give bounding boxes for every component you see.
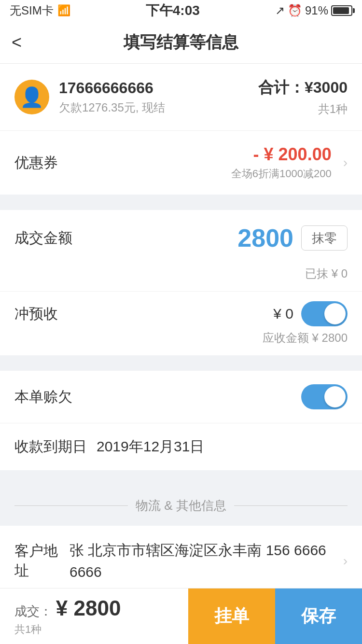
page-header: < 填写结算等信息: [0, 21, 362, 64]
bottom-deal-count: 共1种: [14, 622, 174, 637]
pre-receive-label: 冲预收: [14, 304, 58, 324]
bottom-bar: 成交： ¥ 2800 共1种 挂单 保存: [0, 588, 362, 644]
clock-icon: ⏰: [288, 4, 302, 17]
pre-receive-right: ¥ 0: [58, 301, 348, 326]
deal-amount-card: 成交金额 2800 抹零 已抹 ¥ 0 冲预收 ¥ 0 应收金额 ¥ 2800: [0, 210, 362, 355]
address-chevron-icon: ›: [343, 553, 348, 569]
due-date-label: 收款到期日: [14, 437, 87, 457]
bottom-deal-label: 成交：: [14, 604, 52, 618]
address-label: 客户地址: [14, 541, 58, 581]
back-button[interactable]: <: [12, 32, 22, 53]
main-content: 👤 17666666666 欠款1276.35元, 现结 合计：¥3000 共1…: [0, 64, 362, 644]
header-line-right: [234, 505, 348, 506]
toggle-knob: [324, 303, 346, 324]
user-total: 合计：¥3000 共1种: [258, 77, 348, 117]
save-button[interactable]: 保存: [275, 588, 362, 644]
coupon-amount: - ¥ 200.00: [231, 144, 332, 165]
coupon-info: - ¥ 200.00 全场6折满1000减200: [231, 144, 332, 181]
status-bar: 无SIM卡 📶 下午4:03 ↗ ⏰ 91%: [0, 0, 362, 21]
bottom-summary: 成交： ¥ 2800 共1种: [0, 596, 188, 637]
pre-receive-row: 冲预收 ¥ 0: [0, 291, 362, 330]
pre-receive-value: ¥ 0: [273, 306, 293, 322]
coupon-row[interactable]: 优惠券 - ¥ 200.00 全场6折满1000减200 ›: [0, 130, 362, 195]
coupon-desc: 全场6折满1000减200: [231, 167, 332, 181]
round-zero-button[interactable]: 抹零: [301, 225, 348, 251]
chevron-right-icon: ›: [343, 155, 348, 170]
coupon-right-area: - ¥ 200.00 全场6折满1000减200 ›: [58, 144, 348, 181]
pending-button[interactable]: 挂单: [188, 588, 275, 644]
status-right: ↗ ⏰ 91%: [275, 4, 352, 17]
user-info: 17666666666 欠款1276.35元, 现结: [59, 79, 258, 115]
total-label: 合计：: [258, 79, 305, 96]
address-value: 张 北京市市辖区海淀区永丰南 156 6666 6666: [70, 539, 339, 583]
user-row: 👤 17666666666 欠款1276.35元, 现结 合计：¥3000 共1…: [0, 64, 362, 130]
status-left: 无SIM卡 📶: [10, 3, 70, 18]
deal-amount-right: 2800 抹零: [72, 224, 348, 252]
battery-icon: [331, 5, 352, 16]
user-phone: 17666666666: [59, 79, 258, 97]
deal-amount-label: 成交金额: [14, 228, 72, 248]
debt-toggle-knob: [324, 386, 346, 407]
address-row[interactable]: 客户地址 张 北京市市辖区海淀区永丰南 156 6666 6666 ›: [0, 526, 362, 596]
debt-toggle[interactable]: [301, 384, 348, 409]
deal-amount-value: 2800: [237, 224, 293, 252]
coupon-label: 优惠券: [14, 153, 58, 173]
wifi-icon: 📶: [57, 4, 70, 17]
bottom-deal-line: 成交： ¥ 2800: [14, 596, 174, 620]
address-card: 客户地址 张 北京市市辖区海淀区永丰南 156 6666 6666 ›: [0, 526, 362, 596]
section-divider-3: [0, 478, 362, 486]
total-amount: 合计：¥3000: [258, 77, 348, 98]
deal-sub-text: 已抹 ¥ 0: [0, 266, 362, 291]
section-divider-1: [0, 202, 362, 210]
logistics-label: 物流 & 其他信息: [136, 497, 226, 514]
logistics-section-header: 物流 & 其他信息: [0, 486, 362, 526]
avatar: 👤: [14, 80, 49, 114]
user-info-card: 👤 17666666666 欠款1276.35元, 现结 合计：¥3000 共1…: [0, 64, 362, 195]
due-date-row: 收款到期日 2019年12月31日: [0, 423, 362, 470]
due-date-value: 2019年12月31日: [97, 437, 204, 457]
debt-label: 本单赊欠: [14, 387, 301, 407]
deal-amount-row: 成交金额 2800 抹零: [0, 210, 362, 266]
header-line-left: [14, 505, 128, 506]
total-value: ¥3000: [305, 79, 348, 96]
pre-receive-toggle[interactable]: [301, 301, 348, 326]
debt-card: 本单赊欠 收款到期日 2019年12月31日: [0, 371, 362, 470]
carrier-text: 无SIM卡: [10, 3, 54, 18]
pre-receive-sub: 应收金额 ¥ 2800: [0, 330, 362, 355]
section-divider-2: [0, 363, 362, 371]
debt-row: 本单赊欠: [0, 371, 362, 423]
battery-percent: 91%: [305, 4, 328, 17]
total-count: 共1种: [258, 101, 348, 117]
status-time: 下午4:03: [146, 1, 200, 20]
page-title: 填写结算等信息: [124, 31, 238, 54]
user-debt: 欠款1276.35元, 现结: [59, 100, 258, 115]
location-icon: ↗: [275, 4, 285, 17]
battery-fill: [333, 7, 349, 14]
pre-receive-amount: ¥ 0: [273, 306, 293, 322]
bottom-deal-amount: ¥ 2800: [56, 596, 121, 620]
avatar-icon: 👤: [20, 86, 44, 109]
